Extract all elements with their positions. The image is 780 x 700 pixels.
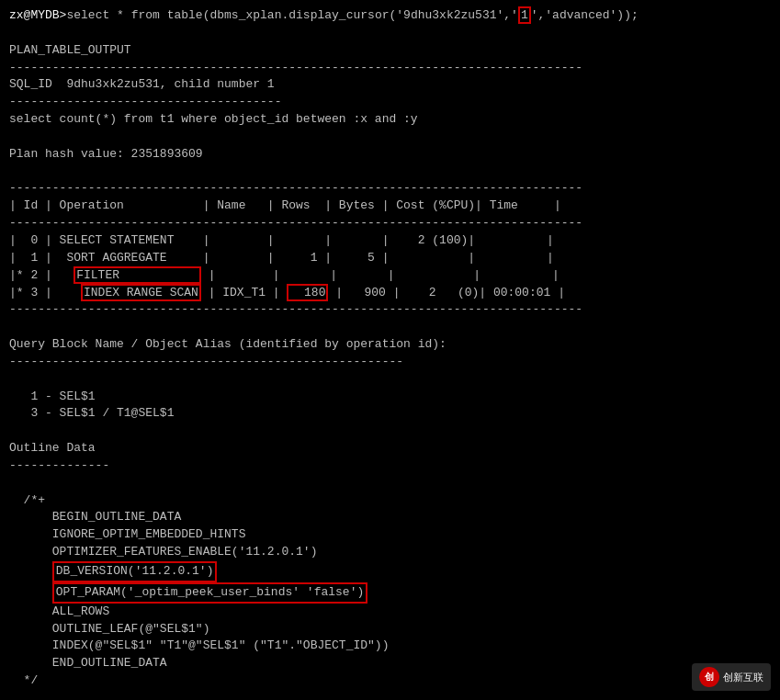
dash-line-7: -------------- xyxy=(9,457,771,475)
opt-param-line: OPT_PARAM('_optim_peek_user_binds' 'fals… xyxy=(9,582,771,604)
sql-id-line: SQL_ID 9dhu3xk2zu531, child number 1 xyxy=(9,76,771,94)
watermark: 创 创新互联 xyxy=(692,663,771,691)
index-range-scan-highlight: INDEX RANGE SCAN xyxy=(81,284,201,301)
table-row-0: | 0 | SELECT STATEMENT | | | | 2 (100)| … xyxy=(9,232,771,250)
filter-highlight: FILTER xyxy=(73,266,201,284)
dash-line-5: ----------------------------------------… xyxy=(9,301,771,319)
outline-end: */ xyxy=(9,672,771,690)
plan-table-output-label: PLAN_TABLE_OUTPUT xyxy=(9,42,771,60)
dash-line-4: ----------------------------------------… xyxy=(9,215,771,232)
blank-line-6 xyxy=(9,423,771,440)
prompt-text: zx@MYDB> xyxy=(9,8,66,22)
begin-outline: BEGIN_OUTLINE_DATA xyxy=(9,509,771,526)
blank-line-5 xyxy=(9,371,771,389)
db-version-highlight: DB_VERSION('11.2.0.1') xyxy=(52,561,218,582)
optimizer-features: OPTIMIZER_FEATURES_ENABLE('11.2.0.1') xyxy=(9,544,771,561)
blank-line-7 xyxy=(9,475,771,492)
dash-line-3: ----------------------------------------… xyxy=(9,180,771,198)
dash-line-1: ----------------------------------------… xyxy=(9,60,771,77)
table-row-2: |* 2 | FILTER | | | | | | xyxy=(9,267,771,285)
dash-line-2: -------------------------------------- xyxy=(9,94,771,111)
blank-line-3 xyxy=(9,164,771,181)
table-row-1: | 1 | SORT AGGREGATE | | 1 | 5 | | | xyxy=(9,250,771,267)
watermark-label: 创新互联 xyxy=(723,671,763,684)
blank-line-2 xyxy=(9,129,771,146)
end-outline: END_OUTLINE_DATA xyxy=(9,655,771,672)
terminal: zx@MYDB>select * from table(dbms_xplan.d… xyxy=(0,0,780,700)
alias-1: 1 - SEL$1 xyxy=(9,389,771,406)
db-version-line: DB_VERSION('11.2.0.1') xyxy=(9,561,771,582)
watermark-icon: 创 xyxy=(699,667,719,687)
select-command: select * from table(dbms_xplan.display_c… xyxy=(66,6,638,24)
cursor-number-highlight: 1 xyxy=(518,6,531,24)
select-line: select count(*) from t1 where object_id … xyxy=(9,111,771,129)
outline-data-label: Outline Data xyxy=(9,440,771,457)
prompt-line: zx@MYDB>select * from table(dbms_xplan.d… xyxy=(9,7,771,25)
outline-start: /*+ xyxy=(9,492,771,510)
outline-leaf: OUTLINE_LEAF(@"SEL$1") xyxy=(9,621,771,638)
table-row-3: |* 3 | INDEX RANGE SCAN | IDX_T1 | 180 |… xyxy=(9,285,771,302)
ignore-optim: IGNORE_OPTIM_EMBEDDED_HINTS xyxy=(9,526,771,544)
query-block-line: Query Block Name / Object Alias (identif… xyxy=(9,336,771,354)
table-header: | Id | Operation | Name | Rows | Bytes |… xyxy=(9,198,771,215)
rows-180-highlight: 180 xyxy=(287,284,328,301)
dash-line-6: ----------------------------------------… xyxy=(9,354,771,371)
plan-hash-line: Plan hash value: 2351893609 xyxy=(9,146,771,164)
blank-line-4 xyxy=(9,319,771,336)
index-line: INDEX(@"SEL$1" "T1"@"SEL$1" ("T1"."OBJEC… xyxy=(9,638,771,655)
alias-2: 3 - SEL$1 / T1@SEL$1 xyxy=(9,405,771,423)
opt-param-highlight: OPT_PARAM('_optim_peek_user_binds' 'fals… xyxy=(52,582,367,604)
blank-line-1 xyxy=(9,25,771,42)
all-rows: ALL_ROWS xyxy=(9,604,771,621)
